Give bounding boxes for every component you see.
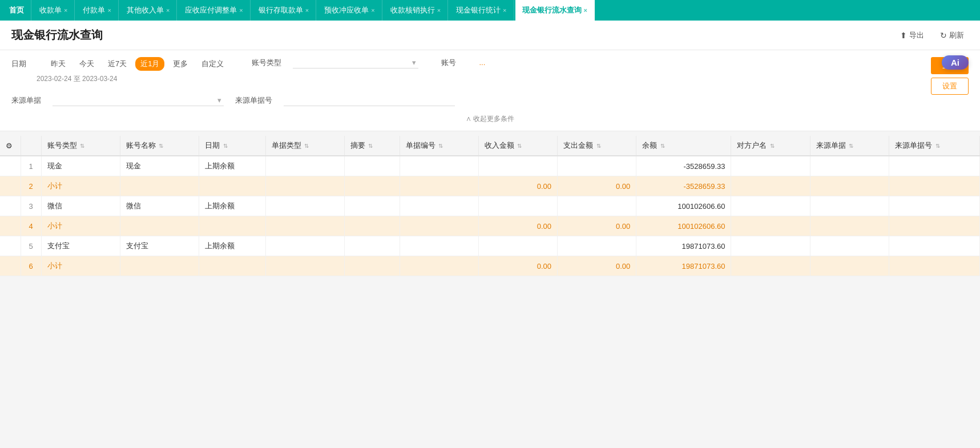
export-button[interactable]: ⬆ 导出 bbox=[896, 28, 929, 43]
source-doc-cell bbox=[810, 256, 889, 276]
col-income[interactable]: 收入金额 ⇅ bbox=[478, 136, 557, 156]
date-btn-yesterday[interactable]: 昨天 bbox=[46, 57, 71, 71]
nav-tab-home[interactable]: 首页 bbox=[2, 0, 31, 21]
nav-tab-cash-bank-flow-close[interactable]: × bbox=[584, 7, 587, 14]
balance-cell: 19871073.60 bbox=[636, 256, 731, 276]
sort-icon-account-type: ⇅ bbox=[80, 143, 84, 149]
nav-tab-prepayment-label: 预收冲应收单 bbox=[324, 5, 369, 15]
counterpart-cell bbox=[731, 196, 810, 216]
nav-tab-prepayment[interactable]: 预收冲应收单 × bbox=[317, 0, 382, 21]
nav-tab-other-income-label: 其他收入单 bbox=[127, 5, 164, 15]
nav-tab-cash-bank-stat-close[interactable]: × bbox=[503, 7, 506, 14]
account-type-cell: 支付宝 bbox=[41, 236, 120, 256]
expense-cell bbox=[558, 196, 636, 216]
date-btn-more[interactable]: 更多 bbox=[168, 57, 193, 71]
col-counterpart[interactable]: 对方户名 ⇅ bbox=[731, 136, 810, 156]
account-more-btn[interactable]: ... bbox=[475, 57, 489, 68]
nav-tab-bank-deposit[interactable]: 银行存取款单 × bbox=[252, 0, 316, 21]
top-navigation: 首页 收款单 × 付款单 × 其他收入单 × 应收应付调整单 × 银行存取款单 … bbox=[0, 0, 980, 21]
col-account-type[interactable]: 账号类型 ⇅ bbox=[41, 136, 120, 156]
col-balance[interactable]: 余额 ⇅ bbox=[636, 136, 731, 156]
table-row[interactable]: 6小计0.000.0019871073.60 bbox=[0, 256, 980, 276]
export-label: 导出 bbox=[909, 30, 924, 41]
date-btn-custom[interactable]: 自定义 bbox=[196, 57, 229, 71]
col-doc-num[interactable]: 单据编号 ⇅ bbox=[400, 136, 478, 156]
nav-tab-collection-exec-close[interactable]: × bbox=[437, 7, 441, 14]
account-label: 账号 bbox=[441, 58, 464, 68]
sort-icon-balance: ⇅ bbox=[660, 143, 665, 149]
source-doc-num-cell bbox=[889, 256, 979, 276]
date-cell: 上期余额 bbox=[199, 196, 266, 216]
nav-tab-cash-bank-stat[interactable]: 现金银行统计 × bbox=[449, 0, 514, 21]
income-cell bbox=[478, 156, 557, 176]
date-btn-1month[interactable]: 近1月 bbox=[135, 57, 164, 71]
account-type-select[interactable]: ▾ bbox=[293, 57, 418, 68]
col-expense[interactable]: 支出金额 ⇅ bbox=[558, 136, 636, 156]
table-row[interactable]: 3微信微信上期余额100102606.60 bbox=[0, 196, 980, 216]
nav-tab-receipt-close[interactable]: × bbox=[64, 7, 67, 14]
date-cell: 上期余额 bbox=[199, 236, 266, 256]
doc-type-cell bbox=[265, 216, 344, 236]
row-num-cell: 2 bbox=[21, 176, 41, 196]
nav-tab-bank-deposit-close[interactable]: × bbox=[305, 7, 309, 14]
table-row[interactable]: 4小计0.000.00100102606.60 bbox=[0, 216, 980, 236]
nav-tab-prepayment-close[interactable]: × bbox=[371, 7, 374, 14]
doc-type-cell bbox=[265, 176, 344, 196]
table-row[interactable]: 2小计0.000.00-3528659.33 bbox=[0, 176, 980, 196]
gear-icon[interactable]: ⚙ bbox=[6, 142, 13, 150]
nav-tab-payment-close[interactable]: × bbox=[107, 7, 111, 14]
table-container: ⚙ 账号类型 ⇅ 账号名称 ⇅ 日期 ⇅ 单据类型 ⇅ 摘要 ⇅ 单据编号 ⇅ … bbox=[0, 136, 980, 276]
expense-cell: 0.00 bbox=[558, 256, 636, 276]
source-doc-num-input[interactable] bbox=[284, 95, 455, 106]
refresh-button[interactable]: ↻ 刷新 bbox=[935, 28, 969, 43]
income-cell: 0.00 bbox=[478, 216, 557, 236]
nav-tab-home-label: 首页 bbox=[9, 5, 24, 15]
nav-tab-collection-exec[interactable]: 收款核销执行 × bbox=[384, 0, 448, 21]
page-title: 现金银行流水查询 bbox=[11, 27, 103, 43]
expense-cell: 0.00 bbox=[558, 176, 636, 196]
income-cell: 0.00 bbox=[478, 256, 557, 276]
summary-cell bbox=[344, 156, 400, 176]
col-num bbox=[21, 136, 41, 156]
nav-tab-cash-bank-flow-label: 现金银行流水查询 bbox=[522, 5, 582, 15]
col-source-doc-num[interactable]: 来源单据号 ⇅ bbox=[889, 136, 979, 156]
filter-area: 日期 昨天 今天 近7天 近1月 更多 自定义 2023-02-24 至 202… bbox=[0, 50, 980, 131]
col-date[interactable]: 日期 ⇅ bbox=[199, 136, 266, 156]
nav-tab-payable-adjust[interactable]: 应收应付调整单 × bbox=[178, 0, 250, 21]
nav-tab-other-income-close[interactable]: × bbox=[166, 7, 170, 14]
account-type-cell: 小计 bbox=[41, 216, 120, 236]
nav-tab-cash-bank-flow[interactable]: 现金银行流水查询 × bbox=[515, 0, 595, 21]
col-doc-type[interactable]: 单据类型 ⇅ bbox=[265, 136, 344, 156]
account-type-cell: 微信 bbox=[41, 196, 120, 216]
header-actions: ⬆ 导出 ↻ 刷新 bbox=[896, 28, 969, 43]
source-doc-select[interactable]: ▾ bbox=[53, 95, 224, 106]
settings-button[interactable]: 设置 bbox=[931, 78, 969, 95]
nav-tab-receipt[interactable]: 收款单 × bbox=[33, 0, 75, 21]
nav-tab-payment[interactable]: 付款单 × bbox=[76, 0, 118, 21]
data-table: ⚙ 账号类型 ⇅ 账号名称 ⇅ 日期 ⇅ 单据类型 ⇅ 摘要 ⇅ 单据编号 ⇅ … bbox=[0, 136, 980, 276]
nav-tab-collection-exec-label: 收款核销执行 bbox=[390, 5, 435, 15]
nav-tab-other-income[interactable]: 其他收入单 × bbox=[120, 0, 177, 21]
account-type-cell: 现金 bbox=[41, 156, 120, 176]
ai-button[interactable]: Ai bbox=[942, 55, 969, 70]
account-name-cell: 微信 bbox=[120, 196, 199, 216]
source-doc-cell bbox=[810, 196, 889, 216]
table-row[interactable]: 5支付宝支付宝上期余额19871073.60 bbox=[0, 236, 980, 256]
account-type-cell: 小计 bbox=[41, 256, 120, 276]
col-source-doc[interactable]: 来源单据 ⇅ bbox=[810, 136, 889, 156]
date-cell bbox=[199, 176, 266, 196]
doc-type-cell bbox=[265, 156, 344, 176]
col-account-name[interactable]: 账号名称 ⇅ bbox=[120, 136, 199, 156]
row-num-cell: 5 bbox=[21, 236, 41, 256]
col-summary[interactable]: 摘要 ⇅ bbox=[344, 136, 400, 156]
collapse-bar[interactable]: ∧ 收起更多条件 bbox=[11, 112, 969, 126]
sort-icon-doc-type: ⇅ bbox=[304, 143, 309, 149]
account-name-cell bbox=[120, 216, 199, 236]
counterpart-cell bbox=[731, 156, 810, 176]
date-btn-today[interactable]: 今天 bbox=[74, 57, 99, 71]
date-btn-7days[interactable]: 近7天 bbox=[103, 57, 132, 71]
nav-tab-payable-adjust-close[interactable]: × bbox=[239, 7, 243, 14]
table-row[interactable]: 1现金现金上期余额-3528659.33 bbox=[0, 156, 980, 176]
date-filter-label: 日期 bbox=[11, 59, 34, 69]
nav-tab-bank-deposit-label: 银行存取款单 bbox=[259, 5, 303, 15]
